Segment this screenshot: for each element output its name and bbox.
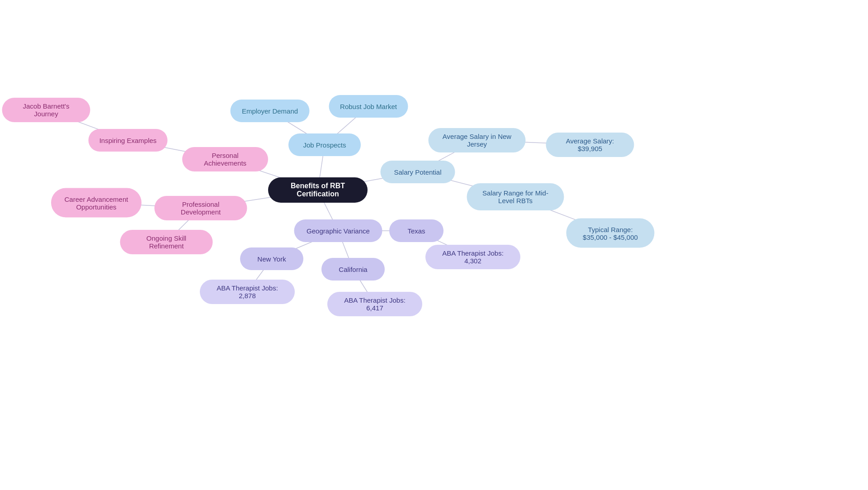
node-professional-development: Professional Development: [155, 196, 247, 220]
node-avg-salary-nj: Average Salary in New Jersey: [429, 128, 526, 152]
node-inspiring-examples: Inspiring Examples: [89, 129, 168, 152]
node-california: California: [321, 258, 385, 281]
node-salary-range-mid: Salary Range for Mid-Level RBTs: [467, 183, 564, 210]
node-job-prospects: Job Prospects: [288, 133, 361, 156]
node-jacob-journey: Jacob Barnett's Journey: [2, 98, 90, 122]
node-personal-achievements: Personal Achievements: [182, 147, 268, 171]
node-robust-job-market: Robust Job Market: [329, 95, 408, 118]
node-avg-salary-value: Average Salary: $39,905: [546, 133, 634, 157]
node-aba-ny: ABA Therapist Jobs: 2,878: [200, 280, 295, 304]
node-employer-demand: Employer Demand: [231, 100, 310, 122]
node-typical-range: Typical Range: $35,000 - $45,000: [566, 219, 655, 248]
node-texas: Texas: [389, 219, 443, 242]
node-ongoing-skill: Ongoing Skill Refinement: [120, 230, 213, 254]
node-new-york: New York: [240, 247, 303, 270]
node-aba-ca: ABA Therapist Jobs: 6,417: [327, 292, 422, 316]
node-geographic-variance: Geographic Variance: [294, 219, 382, 242]
node-aba-tx: ABA Therapist Jobs: 4,302: [425, 245, 520, 269]
node-salary-potential: Salary Potential: [381, 161, 455, 183]
center-node: Benefits of RBT Certification: [268, 177, 368, 203]
mindmap-container: Benefits of RBT CertificationJob Prospec…: [0, 0, 868, 490]
node-career-advancement: Career Advancement Opportunities: [51, 188, 142, 218]
